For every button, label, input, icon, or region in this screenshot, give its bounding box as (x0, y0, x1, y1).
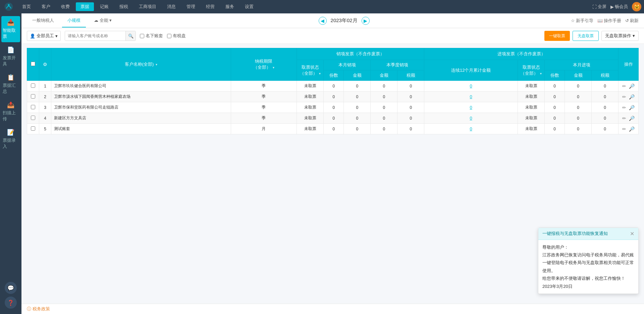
nav-tax[interactable]: 报税 (115, 2, 133, 11)
notification-close-button[interactable]: ✕ (630, 231, 634, 237)
col-month-purchase: 本月进项 (573, 62, 590, 67)
checkbox-tax-disk[interactable]: 有税盘 (167, 33, 186, 39)
cloud-icon: ☁ (94, 18, 98, 23)
column-settings-icon[interactable]: ⚙ (43, 62, 47, 67)
tab-small-scale[interactable]: 小规模 (62, 14, 86, 27)
tax-disk-checkbox[interactable] (167, 34, 171, 38)
nav-service[interactable]: 服务 (221, 2, 239, 11)
search-button[interactable]: 🔍 (125, 31, 136, 41)
invoice-entry-icon: 📝 (7, 129, 14, 136)
row-checkbox[interactable] (31, 94, 35, 99)
nav-client[interactable]: 客户 (37, 2, 55, 11)
checkbox-sub-account[interactable]: 名下账套 (140, 33, 163, 39)
nav-message[interactable]: 消息 (162, 2, 180, 11)
edit-icon[interactable]: ✏ (622, 94, 626, 100)
sales-fetch-filter[interactable]: ▾ (319, 72, 321, 75)
row-purchase-month-amount: 0 (565, 113, 592, 124)
sub-account-checkbox[interactable] (140, 34, 144, 38)
sidebar-chat-button[interactable]: 💬 (5, 282, 17, 294)
sidebar-item-invoice-entry[interactable]: 📝 票据录入 (1, 126, 20, 152)
col-group-sales: 销项发票（不含作废票） (336, 51, 384, 56)
row-checkbox[interactable] (31, 116, 35, 120)
row-period: 季 (231, 113, 297, 124)
row-purchase-month-tax: 0 (592, 113, 619, 124)
edit-icon[interactable]: ✏ (622, 126, 626, 132)
row-purchase-month-amount: 0 (565, 124, 592, 134)
row-cumulative[interactable]: 0 (424, 81, 518, 91)
svg-point-1 (8, 4, 9, 6)
search-input[interactable] (65, 31, 125, 41)
edit-icon[interactable]: ✏ (622, 83, 626, 89)
row-cumulative[interactable]: 0 (424, 113, 518, 124)
no-disk-operation-button[interactable]: 无盘取票操作 ▾ (601, 31, 639, 41)
edit-icon[interactable]: ✏ (622, 105, 626, 110)
view-icon[interactable]: 🔎 (629, 105, 635, 110)
tab-all[interactable]: ☁ 全能 ▾ (89, 14, 117, 27)
nav-fee[interactable]: 收费 (56, 2, 74, 11)
select-all-checkbox[interactable] (31, 62, 35, 66)
row-sales-month-shares: 0 (324, 124, 344, 134)
no-disk-fetch-button[interactable]: 无盘取票 (573, 31, 599, 41)
row-purchase-fetch-status: 未取票 (518, 124, 545, 134)
sidebar-item-label: 发票开具 (3, 55, 19, 67)
row-customer-name: 卫辉市汲水镇下园闻香阁营木种植家庭农场 (51, 91, 231, 102)
tab-general-label: 一般纳税人 (32, 18, 54, 23)
view-icon[interactable]: 🔎 (629, 116, 635, 121)
row-checkbox[interactable] (31, 105, 35, 109)
row-sales-fetch-status: 未取票 (297, 102, 324, 113)
tax-period-filter[interactable]: ▾ (273, 66, 274, 69)
prev-period-button[interactable]: ◀ (319, 17, 327, 25)
col-sales-month-shares: 份数 (329, 73, 338, 78)
row-checkbox[interactable] (31, 83, 35, 88)
row-cumulative[interactable]: 0 (424, 91, 518, 102)
user-avatar[interactable]: 😺 (632, 2, 641, 11)
customer-name-filter[interactable]: ▾ (156, 63, 157, 66)
nav-manage[interactable]: 管理 (182, 2, 200, 11)
row-period: 季 (231, 91, 297, 102)
nav-invoice[interactable]: 票据 (76, 2, 94, 11)
one-key-fetch-button[interactable]: 一键取票 (544, 31, 570, 41)
tab-all-label: 全能 (100, 18, 108, 23)
sidebar-item-scan-upload[interactable]: 📤 扫描上传 (1, 99, 20, 125)
top-right-area: ⛶ 全屏 ▶ 畅会员 😺 (592, 2, 641, 11)
nav-home[interactable]: 首页 (17, 2, 36, 11)
manual-button[interactable]: 📖 操作手册 (597, 18, 621, 24)
guide-icon: ☆ (571, 18, 575, 23)
sidebar-help-button[interactable]: ❓ (5, 297, 17, 309)
refresh-button[interactable]: ↺ 刷新 (625, 18, 639, 24)
row-cumulative[interactable]: 0 (424, 102, 518, 113)
sidebar-item-smart-fetch[interactable]: 📥 智能取票 (1, 16, 20, 42)
sidebar-item-invoice-issue[interactable]: 📄 发票开具 (1, 44, 20, 70)
row-purchase-month-tax: 0 (592, 91, 619, 102)
tax-policy-link[interactable]: 税务政策 (33, 306, 50, 312)
row-sales-fetch-status: 未取票 (297, 81, 324, 91)
row-cumulative[interactable]: 0 (424, 124, 518, 134)
purchase-fetch-filter[interactable]: ▾ (540, 72, 542, 75)
new-guide-button[interactable]: ☆ 新手引导 (571, 18, 593, 24)
row-sales-month-shares: 0 (324, 113, 344, 124)
view-icon[interactable]: 🔎 (629, 126, 635, 132)
sub-nav-right: ☆ 新手引导 📖 操作手册 ↺ 刷新 (571, 18, 639, 24)
row-purchase-month-tax: 0 (592, 124, 619, 134)
fullscreen-button[interactable]: ⛶ 全屏 (592, 4, 606, 10)
row-sales-month-amount: 0 (344, 81, 371, 91)
nav-operation[interactable]: 经营 (201, 2, 219, 11)
col-tax-period: 纳税期限（全部） (253, 59, 272, 70)
nav-bookkeeping[interactable]: 记账 (95, 2, 113, 11)
next-period-button[interactable]: ▶ (362, 17, 370, 25)
tab-general-taxpayer[interactable]: 一般纳税人 (27, 14, 59, 27)
row-quarter-tax: 0 (397, 91, 424, 102)
vip-button[interactable]: ▶ 畅会员 (610, 4, 628, 10)
tab-small-label: 小规模 (67, 18, 80, 23)
view-icon[interactable]: 🔎 (629, 94, 635, 100)
view-icon[interactable]: 🔎 (629, 83, 635, 89)
edit-icon[interactable]: ✏ (622, 116, 626, 121)
sidebar-item-invoice-summary[interactable]: 📋 票据汇总 (1, 71, 20, 97)
row-sales-fetch-status: 未取票 (297, 124, 324, 134)
row-checkbox[interactable] (31, 126, 35, 131)
sidebar-bottom: 💬 ❓ (5, 282, 17, 309)
row-actions: ✏ 🔎 (619, 124, 639, 134)
nav-settings[interactable]: 设置 (240, 2, 258, 11)
nav-industry[interactable]: 工商项目 (134, 2, 161, 11)
employee-filter[interactable]: 👤 全部员工 ▾ (27, 31, 61, 41)
